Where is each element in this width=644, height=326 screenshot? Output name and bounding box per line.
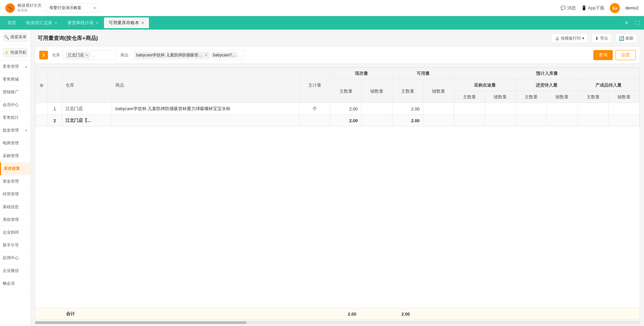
td-stock-aux — [361, 103, 392, 115]
sidebar-item-label: 采购管理 — [3, 153, 19, 159]
warehouse-more-indicator[interactable]: ... — [92, 53, 95, 57]
export-button[interactable]: ⬇ 导出 — [591, 34, 612, 43]
industry-name: 母婴行业演示账套 — [49, 5, 82, 11]
sidebar-item-operations[interactable]: 经营管理 — [0, 188, 31, 201]
sidebar-item-member-center[interactable]: 会员中心 — [0, 99, 31, 111]
horizontal-scrollbar[interactable] — [35, 321, 640, 324]
sidebar-item-retail-stats[interactable]: 零售统计 — [0, 111, 31, 124]
tab-available-stock[interactable]: 可用量库存账本 ✕ — [104, 17, 149, 28]
tab-receivable-label: 收发存汇总表 — [26, 20, 52, 26]
th-purchase-aux: 辅数量 — [485, 91, 516, 103]
td-incoming-aux — [547, 103, 578, 115]
th-available-main: 主数量 — [392, 80, 423, 103]
warehouse-filter: 仓库 江北门店 ✕ ... — [52, 50, 116, 60]
sidebar-item-purchase[interactable]: 采购管理 — [0, 150, 31, 162]
product-input[interactable]: babycare学饮杯 儿童防摔防撞吸管杯重力球吸嘴杯宝宝水杯 ✕ babyca… — [131, 50, 245, 60]
settings-button[interactable]: 设置 — [615, 50, 636, 60]
export-icon: ⬇ — [595, 36, 599, 41]
sidebar: 🔍 搜索菜单 ⚡ 快捷导航 零售管理 ▲ 零售商城 营销推广 会员中心 零售统计 — [0, 30, 31, 326]
sidebar-item-ecommerce[interactable]: 电商管理 — [0, 137, 31, 150]
table-wrapper: ⚙ 仓库 商品 主计量 现存量 可用量 预计入库量 主数量 辅数量 主数量 辅数… — [35, 67, 640, 308]
search-menu-button[interactable]: 🔍 搜索菜单 — [3, 32, 28, 42]
td-incoming-aux — [547, 115, 578, 127]
warehouse-tag: 江北门店 ✕ — [66, 52, 90, 59]
td-production-main — [578, 103, 608, 115]
td-index: 1 — [48, 103, 62, 115]
th-incoming-aux: 辅数量 — [547, 91, 578, 103]
product-filter: 商品 babycare学饮杯 儿童防摔防撞吸管杯重力球吸嘴杯宝宝水杯 ✕ bab… — [120, 50, 245, 60]
sidebar-item-inventory[interactable]: 库存核算 — [0, 162, 31, 175]
td-purchase-main — [454, 103, 485, 115]
window-controls: ✕ ⛶ — [623, 19, 641, 27]
tab-home[interactable]: 首页 — [3, 17, 21, 28]
refresh-icon: 🔄 — [619, 36, 624, 41]
th-settings[interactable]: ⚙ — [36, 68, 48, 103]
sidebar-item-finance[interactable]: 资金管理 — [0, 175, 31, 188]
avatar[interactable]: Ea — [610, 3, 620, 13]
td-production-main — [578, 115, 608, 127]
chevron-down-icon: ▾ — [94, 6, 96, 10]
tab-receivable-summary[interactable]: 收发存汇总表 ✕ — [21, 17, 62, 28]
sidebar-item-marketing[interactable]: 营销推广 — [0, 86, 31, 99]
sidebar-item-wholesale[interactable]: 批发管理 ▼ — [0, 124, 31, 137]
warehouse-label: 仓库 — [52, 52, 60, 58]
product-label: 商品 — [120, 52, 128, 58]
sidebar-item-changhui[interactable]: 畅会员 — [0, 277, 31, 290]
td-incoming-main — [516, 115, 547, 127]
search-menu-label: 搜索菜单 — [10, 34, 26, 40]
window-close-icon[interactable]: ✕ — [623, 19, 631, 27]
app-name: 畅捷通好生意 — [17, 3, 42, 8]
th-unit: 主计量 — [300, 68, 330, 103]
td-warehouse: 江北门店 — [62, 103, 112, 115]
sidebar-item-app-center[interactable]: 应用中心 — [0, 252, 31, 265]
table-header-row-1: ⚙ 仓库 商品 主计量 现存量 可用量 预计入库量 — [36, 68, 640, 80]
sidebar-item-retail-management[interactable]: 零售管理 ▲ — [0, 60, 31, 73]
message-button[interactable]: 💬 消息 — [560, 5, 576, 11]
print-icon: 🖨 — [555, 36, 559, 41]
td-purchase-main — [454, 115, 485, 127]
industry-selector[interactable]: 母婴行业演示账套 ▾ — [46, 3, 99, 12]
td-settings — [36, 115, 48, 127]
th-production-group: 产成品待入量 — [578, 80, 639, 91]
app-download-button[interactable]: 📱 App下载 — [581, 5, 604, 11]
sidebar-item-label: 基础信息 — [3, 204, 19, 210]
product-more-indicator[interactable]: ... — [238, 53, 242, 57]
quick-nav-button[interactable]: ⚡ 快捷导航 — [3, 48, 28, 57]
th-available-aux: 辅数量 — [423, 80, 454, 103]
tab-order-close-icon[interactable]: ✕ — [96, 21, 99, 25]
sidebar-item-basic-info[interactable]: 基础信息 — [0, 201, 31, 214]
tab-available-close-icon[interactable]: ✕ — [141, 21, 144, 25]
sidebar-item-enterprise-collab[interactable]: 企业协同 — [0, 226, 31, 239]
logo-text-block: 畅捷通好生意 标准版 — [17, 3, 42, 13]
filter-bar: 仓库 江北门店 ✕ ... 商品 babycare学饮杯 儿童防摔防撞吸管杯重力… — [35, 46, 640, 64]
export-label: 导出 — [600, 36, 608, 41]
expand-arrow-icon: ▼ — [24, 129, 28, 132]
product-remove-icon-1[interactable]: ✕ — [205, 53, 208, 57]
sidebar-item-label: 企业协同 — [3, 230, 19, 235]
sidebar-item-retail-mall[interactable]: 零售商城 — [0, 73, 31, 86]
data-table: ⚙ 仓库 商品 主计量 现存量 可用量 预计入库量 主数量 辅数量 主数量 辅数… — [35, 67, 640, 127]
sidebar-item-system[interactable]: 系统管理 — [0, 214, 31, 226]
sidebar-item-enterprise-wechat[interactable]: 企业微信 — [0, 265, 31, 277]
product-tag-2: babycare?... — [211, 52, 237, 58]
tab-receivable-close-icon[interactable]: ✕ — [54, 21, 57, 25]
td-stock-main: 2.00 — [330, 103, 361, 115]
filter-toggle-button[interactable] — [39, 51, 48, 59]
print-button[interactable]: 🖨 按模板打印 ▾ — [551, 34, 588, 43]
scrollbar-thumb[interactable] — [35, 321, 247, 324]
refresh-button[interactable]: 🔄 刷新 — [615, 34, 637, 43]
td-available-main: 2.00 — [392, 103, 423, 115]
product-tag-2-value: babycare?... — [213, 53, 235, 57]
query-button[interactable]: 查询 — [593, 50, 613, 60]
td-index: 2 — [48, 115, 62, 127]
sidebar-item-label: 会员中心 — [3, 102, 19, 108]
warehouse-input[interactable]: 江北门店 ✕ ... — [63, 50, 116, 60]
tab-order-stats[interactable]: 要货单统计表 ✕ — [63, 17, 103, 28]
warehouse-remove-icon[interactable]: ✕ — [85, 53, 88, 57]
window-expand-icon[interactable]: ⛶ — [633, 19, 641, 27]
sidebar-item-new-guide[interactable]: 新手引导 — [0, 239, 31, 252]
main-layout: 🔍 搜索菜单 ⚡ 快捷导航 零售管理 ▲ 零售商城 营销推广 会员中心 零售统计 — [0, 30, 644, 326]
td-incoming-main — [516, 103, 547, 115]
username: demo2 — [625, 5, 639, 10]
td-warehouse: 江北门店【... — [62, 115, 112, 127]
